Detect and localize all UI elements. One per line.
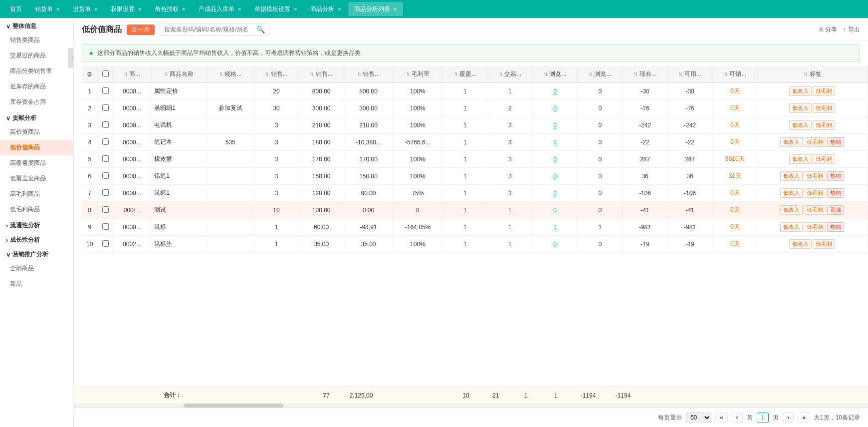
sidebar-group-liquidity[interactable]: › 流通性分析 [0,217,73,232]
browse-link[interactable]: 0 [553,190,557,197]
sidebar-item-high-value[interactable]: 高价值商品 [0,124,73,140]
tag-badge: 低毛利 [804,171,826,181]
row-checkbox-cell[interactable] [98,185,113,202]
row-checkbox-cell[interactable] [98,202,113,219]
last-page-button[interactable]: » [798,413,810,423]
row-tags: 低收入低毛利 [757,236,868,253]
row-checkbox[interactable] [102,87,109,94]
row-sales-qty: 1 [254,219,299,236]
per-page-select[interactable]: 50 20 100 [686,412,711,423]
row-checkbox[interactable] [102,223,109,230]
row-num-cell: 5 [82,151,98,168]
row-checkbox[interactable] [102,172,109,179]
sidebar-group-overall[interactable]: ∨ 整体信息 [0,18,73,32]
row-checkbox[interactable] [102,104,109,111]
row-checkbox-cell[interactable] [98,168,113,185]
nav-role[interactable]: 角色授权 ✕ [149,2,192,16]
close-goods-list-icon[interactable]: ✕ [393,6,397,12]
browse-link[interactable]: 1 [553,224,557,231]
close-role-icon[interactable]: ✕ [182,6,186,12]
browse-link[interactable]: 0 [553,139,557,146]
row-browse1: 0 [533,83,578,100]
sidebar-collapse-button[interactable]: 《 [68,48,74,68]
sidebar-item-traded-goods[interactable]: 交易过的商品 [0,48,73,63]
close-permission-icon[interactable]: ✕ [138,6,142,12]
share-button[interactable]: ⎘ 分享 [820,25,837,34]
row-checkbox-cell[interactable] [98,236,113,253]
sidebar-item-low-profit[interactable]: 低毛利商品 [0,202,73,217]
row-checkbox-cell[interactable] [98,151,113,168]
browse-link[interactable]: 0 [553,207,557,214]
first-page-button[interactable]: « [715,413,728,423]
tag-badge: 低毛利 [804,188,826,198]
browse-link[interactable]: 0 [553,241,557,248]
row-code: 0000... [113,134,151,151]
prev-page-button[interactable]: ‹ [732,413,743,423]
browse-link[interactable]: 0 [553,156,557,163]
sidebar-item-low-value[interactable]: 低价值商品 [0,140,73,155]
search-icon[interactable]: 🔍 [256,25,265,33]
nav-product-warehouse[interactable]: 产成品入库单 ✕ [193,2,247,16]
total-available: -1194 [606,392,641,399]
close-template-icon[interactable]: ✕ [293,6,297,12]
browse-link[interactable]: 0 [553,88,557,95]
row-checkbox-cell[interactable] [98,134,113,151]
sidebar-item-category-sales[interactable]: 商品分类销售率 [0,63,73,79]
row-gross-rate: 100% [393,236,442,253]
close-goods-analysis-icon[interactable]: ✕ [337,6,341,12]
row-checkbox-cell[interactable] [98,100,113,117]
tag-badge: 热销 [827,171,844,181]
row-checkbox[interactable] [102,155,109,162]
sidebar-item-all-goods[interactable]: 全部商品 [0,261,73,276]
nav-goods-analysis[interactable]: 商品分析 ✕ [304,2,347,16]
row-spec [207,168,254,185]
row-browse2: 0 [578,151,623,168]
nav-template[interactable]: 单据模板设置 ✕ [248,2,303,16]
row-browse2: 0 [578,100,623,117]
row-checkbox-cell[interactable] [98,117,113,134]
chevron-down-icon2: ∨ [6,115,10,122]
row-tags: 低收入低毛利热销 [757,185,868,202]
row-current: -242 [623,117,667,134]
row-checkbox[interactable] [102,206,109,213]
row-checkbox[interactable] [102,240,109,247]
sidebar-group-growth[interactable]: › 成长性分析 [0,232,73,246]
sidebar-item-high-profit[interactable]: 高毛利商品 [0,186,73,202]
sidebar-item-inventory-fund[interactable]: 库存资金占用 [0,94,73,110]
nav-goods-list[interactable]: 商品分析列表 ✕ [348,2,403,16]
row-sales-amount: 120.00 [299,185,344,202]
export-button[interactable]: ↑ 导出 [843,25,860,34]
nav-permission[interactable]: 权限设置 ✕ [105,2,148,16]
close-purchase-icon[interactable]: ✕ [94,6,98,12]
close-product-warehouse-icon[interactable]: ✕ [237,6,241,12]
browse-link[interactable]: 0 [553,105,557,112]
close-sales-icon[interactable]: ✕ [56,6,60,12]
sidebar-item-sales-goods[interactable]: 销售类商品 [0,32,73,48]
col-checkbox[interactable] [98,66,113,83]
select-all-checkbox[interactable] [102,70,109,77]
row-checkbox-cell[interactable] [98,219,113,236]
search-input[interactable] [164,26,253,33]
next-page-button[interactable]: › [783,413,794,423]
search-box: 🔍 [160,23,269,36]
nav-sales[interactable]: 销货单 ✕ [29,2,66,16]
nav-home[interactable]: 首页 [4,2,28,16]
row-checkbox[interactable] [102,138,109,145]
sidebar-group-contribution[interactable]: ∨ 贡献分析 [0,110,73,124]
horizontal-scrollbar[interactable] [74,404,868,408]
sidebar-item-new-goods[interactable]: 新品 [0,276,73,292]
sidebar-item-low-coverage[interactable]: 低覆盖度商品 [0,171,73,186]
browse-link[interactable]: 0 [553,173,557,180]
sidebar-item-high-coverage[interactable]: 高覆盖度商品 [0,155,73,171]
row-checkbox[interactable] [102,121,109,128]
nav-purchase[interactable]: 进货单 ✕ [67,2,104,16]
top-navigation: 首页 销货单 ✕ 进货单 ✕ 权限设置 ✕ 角色授权 ✕ 产成品入库单 ✕ 单据… [0,0,868,18]
col-settings[interactable]: ⚙ [82,66,98,83]
scrollbar-thumb[interactable] [184,404,283,408]
row-checkbox[interactable] [102,189,109,196]
browse-link[interactable]: 0 [553,122,557,129]
row-checkbox-cell[interactable] [98,83,113,100]
sidebar-item-near-inventory[interactable]: 近库存的商品 [0,79,73,94]
sidebar-group-marketing[interactable]: ∨ 营销推广分析 [0,246,73,261]
filter-button[interactable]: 近一月 [127,24,155,35]
